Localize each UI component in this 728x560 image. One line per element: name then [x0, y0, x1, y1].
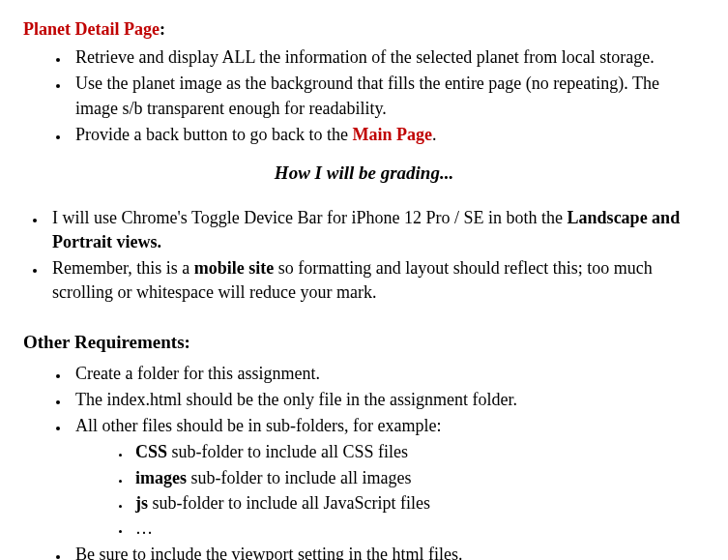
main-page-link: Main Page [352, 125, 432, 144]
other-requirements-list: Create a folder for this assignment. The… [23, 362, 705, 560]
list-item: js sub-folder to include all JavaScript … [131, 491, 705, 516]
list-item: Retrieve and display ALL the information… [70, 45, 705, 70]
subfolder-bold: js [135, 493, 148, 513]
subfolder-rest: sub-folder to include all images [187, 468, 411, 487]
list-item-text: Retrieve and display ALL the information… [75, 47, 655, 67]
list-item-prefix: Remember, this is a [52, 258, 194, 278]
subfolder-rest: sub-folder to include all CSS files [167, 442, 408, 461]
other-requirements-heading: Other Requirements: [23, 330, 705, 356]
planet-detail-heading-text: Planet Detail Page [23, 19, 160, 39]
list-item: CSS sub-folder to include all CSS files [131, 440, 705, 464]
list-item-bold: mobile site [194, 258, 275, 278]
list-item: … [131, 516, 705, 541]
list-item-text: Use the planet image as the background t… [75, 74, 659, 117]
planet-detail-heading: Planet Detail Page: [23, 17, 705, 42]
list-item: Use the planet image as the background t… [70, 72, 705, 120]
list-item-prefix: Provide a back button to go back to the [75, 125, 352, 144]
list-item-text: Create a folder for this assignment. [75, 364, 320, 383]
subfolder-list: CSS sub-folder to include all CSS files … [75, 440, 705, 541]
list-item-text: All other files should be in sub-folders… [75, 416, 441, 435]
subfolder-text: … [135, 518, 153, 538]
list-item: The index.html should be the only file i… [70, 388, 705, 412]
list-item: All other files should be in sub-folders… [70, 414, 705, 541]
list-item-text: The index.html should be the only file i… [75, 390, 517, 409]
subfolder-bold: CSS [135, 442, 167, 461]
grading-list: I will use Chrome's Toggle Device Bar fo… [23, 206, 705, 306]
planet-detail-list: Retrieve and display ALL the information… [23, 45, 705, 147]
planet-detail-heading-colon: : [160, 19, 165, 39]
list-item-text: Be sure to include the viewport setting … [75, 545, 462, 560]
list-item-suffix: . [432, 125, 437, 144]
subfolder-rest: sub-folder to include all JavaScript fil… [148, 493, 430, 513]
list-item: Remember, this is a mobile site so forma… [46, 256, 705, 305]
list-item: I will use Chrome's Toggle Device Bar fo… [46, 206, 705, 254]
list-item: Be sure to include the viewport setting … [70, 543, 705, 560]
list-item-prefix: I will use Chrome's Toggle Device Bar fo… [52, 208, 568, 227]
subfolder-bold: images [135, 468, 187, 487]
list-item: Provide a back button to go back to the … [70, 123, 705, 147]
list-item: images sub-folder to include all images [131, 466, 705, 490]
grading-heading: How I will be grading... [23, 161, 705, 187]
list-item: Create a folder for this assignment. [70, 362, 705, 386]
